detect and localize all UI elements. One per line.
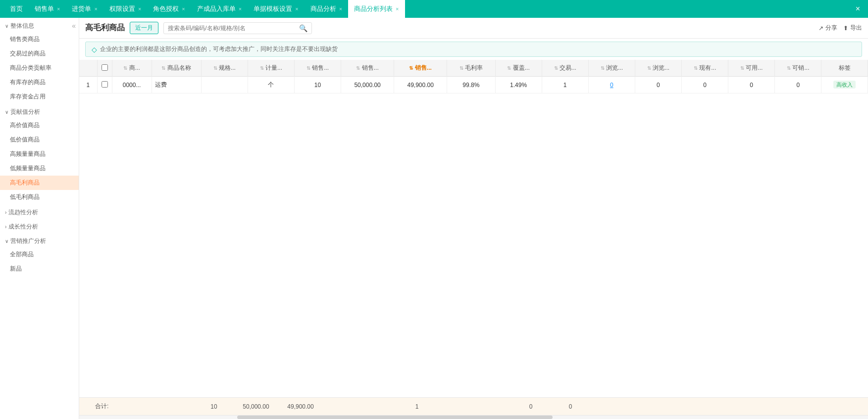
nav-product-entry[interactable]: 产成品入库单 × bbox=[191, 0, 248, 18]
sidebar-item-all-goods[interactable]: 全部商品 bbox=[0, 247, 79, 262]
close-order-template-icon[interactable]: × bbox=[295, 6, 298, 12]
cell-sellable-stock: 0 bbox=[775, 77, 821, 93]
cell-sales-qty: 10 bbox=[294, 77, 341, 93]
col-sales-amount[interactable]: ⇅ 销售... bbox=[341, 60, 394, 77]
sidebar-item-high-value[interactable]: 高价值商品 bbox=[0, 118, 79, 133]
sort-icon-available: ⇅ bbox=[740, 65, 744, 71]
col-sales-qty[interactable]: ⇅ 销售... bbox=[294, 60, 341, 77]
nav-product-analysis-list[interactable]: 商品分析列表 × bbox=[348, 0, 405, 18]
cell-trade-count: 1 bbox=[542, 77, 588, 93]
horizontal-scrollbar[interactable] bbox=[79, 415, 868, 419]
sidebar-item-sales-goods[interactable]: 销售类商品 bbox=[0, 32, 79, 47]
data-table: ⇅ 商... ⇅ 商品名称 ⇅ 规格... ⇅ bbox=[79, 60, 868, 93]
sidebar-item-high-freq[interactable]: 高频量量商品 bbox=[0, 147, 79, 161]
col-unit[interactable]: ⇅ 计量... bbox=[248, 60, 294, 77]
cell-tag: 高收入 bbox=[821, 77, 868, 93]
sidebar-group-trend[interactable]: › 流趋性分析 bbox=[0, 204, 79, 219]
col-name[interactable]: ⇅ 商品名称 bbox=[152, 60, 201, 77]
col-margin-rate[interactable]: ⇅ 毛利率 bbox=[447, 60, 495, 77]
sort-icon-coverage: ⇅ bbox=[507, 65, 511, 71]
search-icon[interactable]: 🔍 bbox=[299, 24, 307, 32]
content-header: 高毛利商品 近一月 🔍 ↗ 分享 ⬆ 导出 bbox=[79, 18, 868, 39]
sidebar-item-low-margin[interactable]: 低毛利商品 bbox=[0, 190, 79, 204]
sidebar-item-stock-funds[interactable]: 库存资金占用 bbox=[0, 90, 79, 104]
cell-index: 1 bbox=[79, 77, 97, 93]
sidebar: « ∨ 整体信息 销售类商品 交易过的商品 商品分类贡献率 有库存的商品 库存资… bbox=[0, 18, 79, 419]
sidebar-group-overview[interactable]: ∨ 整体信息 bbox=[0, 18, 79, 32]
col-sales-profit[interactable]: ⇅ 销售... bbox=[394, 60, 447, 77]
col-coverage[interactable]: ⇅ 覆盖... bbox=[495, 60, 542, 77]
sort-icon-spec: ⇅ bbox=[213, 65, 217, 71]
col-browse2[interactable]: ⇅ 浏览... bbox=[635, 60, 681, 77]
sidebar-item-low-freq[interactable]: 低频量量商品 bbox=[0, 161, 79, 176]
nav-sales-order[interactable]: 销售单 × bbox=[29, 0, 66, 18]
sort-icon-name: ⇅ bbox=[161, 65, 165, 71]
cell-checkbox[interactable] bbox=[97, 77, 112, 93]
footer-total: 合计: 10 50,000.00 49,900.00 1 0 0 bbox=[79, 397, 868, 415]
total-sales-amount: 50,000.00 bbox=[234, 403, 278, 410]
sidebar-item-traded-goods[interactable]: 交易过的商品 bbox=[0, 47, 79, 61]
sort-icon-sellable: ⇅ bbox=[787, 65, 791, 71]
sidebar-item-high-margin[interactable]: 高毛利商品 bbox=[0, 176, 79, 190]
col-current-stock[interactable]: ⇅ 现有... bbox=[682, 60, 728, 77]
close-sales-order-icon[interactable]: × bbox=[57, 6, 60, 12]
row-checkbox[interactable] bbox=[102, 81, 108, 88]
nav-product-analysis[interactable]: 商品分析 × bbox=[305, 0, 348, 18]
nav-order-template[interactable]: 单据模板设置 × bbox=[248, 0, 304, 18]
sidebar-item-stocked-goods[interactable]: 有库存的商品 bbox=[0, 75, 79, 90]
col-spec[interactable]: ⇅ 规格... bbox=[201, 60, 248, 77]
cell-sales-profit: 49,900.00 bbox=[394, 77, 447, 93]
col-browse1[interactable]: ⇅ 浏览... bbox=[588, 60, 635, 77]
select-all-checkbox[interactable] bbox=[102, 64, 108, 71]
col-available-stock[interactable]: ⇅ 可用... bbox=[728, 60, 775, 77]
scrollbar-thumb[interactable] bbox=[237, 416, 553, 419]
col-checkbox[interactable] bbox=[97, 60, 112, 77]
browse1-link[interactable]: 0 bbox=[610, 82, 613, 89]
tag-badge: 高收入 bbox=[833, 81, 856, 89]
nav-role-permissions[interactable]: 角色授权 × bbox=[147, 0, 191, 18]
content-area: 高毛利商品 近一月 🔍 ↗ 分享 ⬆ 导出 ◇ 企业的主要的利润都是这部分 bbox=[79, 18, 868, 419]
close-product-entry-icon[interactable]: × bbox=[239, 6, 242, 12]
close-all-button[interactable]: × bbox=[852, 4, 864, 13]
col-code[interactable]: ⇅ 商... bbox=[112, 60, 152, 77]
total-available-stock: 0 bbox=[551, 403, 590, 410]
cell-code: 0000... bbox=[112, 77, 152, 93]
sort-icon: ⇅ bbox=[123, 65, 127, 71]
nav-permission-settings[interactable]: 权限设置 × bbox=[103, 0, 147, 18]
col-index bbox=[79, 60, 97, 77]
group-trend-arrow: › bbox=[5, 210, 6, 215]
period-recent-month-button[interactable]: 近一月 bbox=[130, 22, 158, 34]
sidebar-item-new-goods[interactable]: 新品 bbox=[0, 262, 79, 276]
sidebar-item-low-value[interactable]: 低价值商品 bbox=[0, 133, 79, 147]
sidebar-group-growth[interactable]: › 成长性分析 bbox=[0, 219, 79, 233]
export-button[interactable]: ⬆ 导出 bbox=[843, 24, 862, 32]
cell-available-stock: 0 bbox=[728, 77, 775, 93]
sidebar-collapse-button[interactable]: « bbox=[72, 22, 76, 30]
sidebar-item-goods-contribution[interactable]: 商品分类贡献率 bbox=[0, 61, 79, 75]
col-trade-count[interactable]: ⇅ 交易... bbox=[542, 60, 588, 77]
close-permission-icon[interactable]: × bbox=[138, 6, 141, 12]
cell-coverage: 1.49% bbox=[495, 77, 542, 93]
close-role-icon[interactable]: × bbox=[182, 6, 185, 12]
total-sales-qty: 10 bbox=[194, 403, 234, 410]
cell-browse2: 0 bbox=[635, 77, 681, 93]
share-button[interactable]: ↗ 分享 bbox=[818, 24, 837, 32]
nav-home[interactable]: 首页 bbox=[4, 0, 29, 18]
total-current-stock: 0 bbox=[511, 403, 551, 410]
close-purchase-order-icon[interactable]: × bbox=[94, 6, 97, 12]
search-input[interactable] bbox=[168, 25, 299, 32]
sidebar-group-value-analysis[interactable]: ∨ 贡献值分析 bbox=[0, 104, 79, 118]
nav-purchase-order[interactable]: 进货单 × bbox=[66, 0, 103, 18]
sort-icon-current: ⇅ bbox=[694, 65, 698, 71]
close-product-analysis-icon[interactable]: × bbox=[339, 6, 342, 12]
col-sellable-stock[interactable]: ⇅ 可销... bbox=[775, 60, 821, 77]
table-container: ⇅ 商... ⇅ 商品名称 ⇅ 规格... ⇅ bbox=[79, 60, 868, 397]
top-navigation: 首页 销售单 × 进货单 × 权限设置 × 角色授权 × 产成品入库单 × 单据… bbox=[0, 0, 868, 18]
page-title: 高毛利商品 bbox=[85, 23, 125, 33]
total-sales-profit: 49,900.00 bbox=[278, 403, 323, 410]
cell-browse1[interactable]: 0 bbox=[588, 77, 635, 93]
sort-icon-profit: ⇅ bbox=[409, 65, 413, 71]
sidebar-group-marketing[interactable]: ∨ 营销推广分析 bbox=[0, 233, 79, 247]
sort-icon-browse1: ⇅ bbox=[601, 65, 605, 71]
close-product-analysis-list-icon[interactable]: × bbox=[396, 6, 399, 12]
